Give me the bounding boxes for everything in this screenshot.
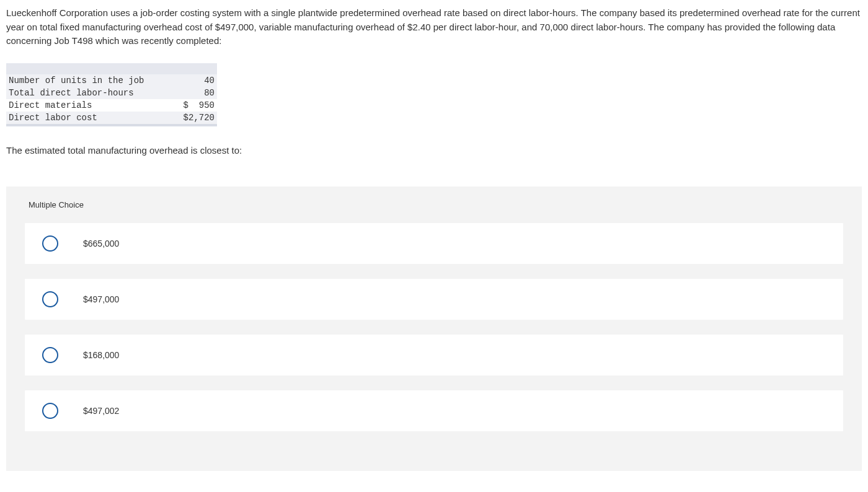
mc-option-label: $168,000 <box>83 350 119 360</box>
table-cell-value: 80 <box>167 87 217 99</box>
job-data-table: Number of units in the job 40 Total dire… <box>6 63 217 126</box>
mc-option-1[interactable]: $497,000 <box>25 279 843 320</box>
table-header-bar <box>6 63 217 74</box>
table-cell-label: Number of units in the job <box>6 74 167 87</box>
table-row: Direct materials $ 950 <box>6 99 217 112</box>
table-cell-label: Direct materials <box>6 99 167 112</box>
multiple-choice-container: Multiple Choice $665,000 $497,000 $168,0… <box>6 187 862 471</box>
table-footer-bar <box>6 124 217 126</box>
mc-option-label: $497,002 <box>83 406 119 416</box>
question-prompt: The estimated total manufacturing overhe… <box>6 145 862 156</box>
table-cell-label: Direct labor cost <box>6 112 167 124</box>
mc-option-0[interactable]: $665,000 <box>25 223 843 264</box>
table-cell-value: $2,720 <box>167 112 217 124</box>
table-cell-label: Total direct labor-hours <box>6 87 167 99</box>
table-cell-value: 40 <box>167 74 217 87</box>
question-stem: Lueckenhoff Corporation uses a job-order… <box>6 6 862 48</box>
radio-icon[interactable] <box>42 347 58 363</box>
mc-option-3[interactable]: $497,002 <box>25 390 843 431</box>
mc-option-label: $497,000 <box>83 294 119 304</box>
table-row: Direct labor cost $2,720 <box>6 112 217 124</box>
radio-icon[interactable] <box>42 403 58 419</box>
mc-option-label: $665,000 <box>83 239 119 248</box>
table-cell-value: $ 950 <box>167 99 217 112</box>
multiple-choice-title: Multiple Choice <box>6 200 862 209</box>
radio-icon[interactable] <box>42 235 58 252</box>
table-row: Total direct labor-hours 80 <box>6 87 217 99</box>
radio-icon[interactable] <box>42 291 58 307</box>
table-row: Number of units in the job 40 <box>6 74 217 87</box>
mc-option-2[interactable]: $168,000 <box>25 335 843 376</box>
